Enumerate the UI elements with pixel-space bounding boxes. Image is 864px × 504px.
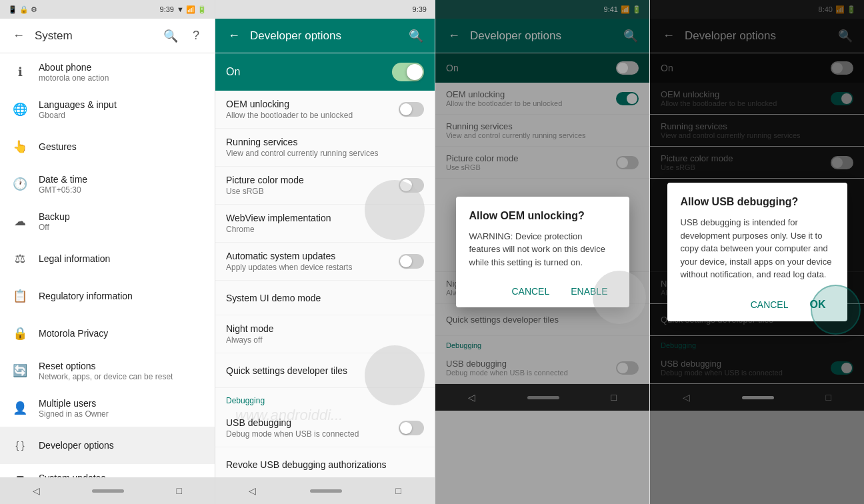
toolbar-title-2: Developer options — [250, 29, 400, 43]
gestures-text: Gestures — [39, 141, 204, 152]
settings-item-about[interactable]: ℹ About phone motorola one action — [0, 53, 215, 91]
oem-dialog: Allow OEM unlocking? WARNING: Device pro… — [456, 197, 629, 308]
dialog-overlay-4: Allow USB debugging? USB debugging is in… — [650, 0, 864, 504]
languages-subtitle: Gboard — [39, 111, 204, 120]
back-nav-2[interactable]: ◁ — [235, 480, 269, 501]
system-ui-item[interactable]: System UI demo mode — [215, 281, 435, 315]
bottom-nav-1: ◁ □ — [0, 477, 215, 504]
legal-title: Legal information — [39, 253, 204, 264]
help-icon[interactable]: ? — [187, 29, 205, 43]
backup-title: Backup — [39, 211, 204, 222]
dev-on-label: On — [226, 66, 392, 78]
toggle-thumb — [407, 64, 423, 80]
toolbar-title: System — [35, 29, 155, 43]
system-ui-text: System UI demo mode — [226, 293, 424, 303]
revoke-text: Revoke USB debugging authorizations — [226, 459, 424, 470]
dev-options-list: OEM unlocking Allow the bootloader to be… — [215, 91, 435, 477]
about-icon: ℹ — [11, 65, 29, 79]
auto-text: Automatic system updates Apply updates w… — [226, 251, 399, 272]
backup-text: Backup Off — [39, 211, 204, 232]
auto-title: Automatic system updates — [226, 251, 399, 261]
night-mode-text: Night mode Always off — [226, 323, 424, 345]
settings-item-updates[interactable]: 📱 System updates Updated to Android 9 — [0, 464, 215, 477]
back-icon-2[interactable]: ← — [225, 29, 243, 43]
gestures-icon: 👆 — [11, 139, 29, 154]
regulatory-text: Regulatory information — [39, 291, 204, 301]
settings-item-backup[interactable]: ☁ Backup Off — [0, 203, 215, 240]
signal-battery: ▼ 📶 🔋 — [177, 5, 207, 14]
cancel-button-4[interactable]: Cancel — [743, 293, 797, 316]
auto-updates-item[interactable]: Automatic system updates Apply updates w… — [215, 243, 435, 281]
privacy-icon: 🔒 — [11, 326, 29, 341]
toggle-highlight — [365, 180, 425, 240]
settings-item-gestures[interactable]: 👆 Gestures — [0, 128, 215, 165]
languages-icon: 🌐 — [11, 102, 29, 117]
developer-options-panel: 9:39 ← Developer options 🔍 On OEM unlock… — [215, 0, 435, 504]
usb-toggle-highlight — [365, 345, 425, 405]
privacy-text: Motorola Privacy — [39, 328, 204, 339]
settings-item-languages[interactable]: 🌐 Languages & input Gboard — [0, 91, 215, 128]
dialog-title-3: Allow OEM unlocking? — [469, 210, 616, 222]
dev-on-toggle[interactable] — [392, 63, 424, 81]
settings-item-developer[interactable]: { } Developer options — [0, 427, 215, 464]
oem-text: OEM unlocking Allow the bootloader to be… — [226, 99, 399, 120]
running-services-item[interactable]: Running services View and control curren… — [215, 129, 435, 167]
settings-item-datetime[interactable]: 🕐 Date & time GMT+05:30 — [0, 165, 215, 203]
usb-debug-toggle[interactable] — [399, 421, 424, 435]
usb-debug-text: USB debugging Debug mode when USB is con… — [226, 417, 399, 439]
recents-nav-2[interactable]: □ — [382, 480, 414, 501]
settings-item-regulatory[interactable]: 📋 Regulatory information — [0, 277, 215, 315]
status-icons-left: 📱 🔒 ⚙ — [8, 5, 37, 14]
users-title: Multiple users — [39, 398, 204, 409]
languages-text: Languages & input Gboard — [39, 99, 204, 120]
ok-circle-highlight — [811, 285, 861, 335]
cancel-button-3[interactable]: Cancel — [503, 281, 557, 302]
auto-toggle-thumb — [400, 255, 412, 267]
auto-toggle[interactable] — [399, 254, 424, 269]
backup-icon: ☁ — [11, 214, 29, 229]
home-indicator-2[interactable] — [310, 489, 342, 493]
privacy-title: Motorola Privacy — [39, 328, 204, 339]
legal-icon: ⚖ — [11, 251, 29, 266]
night-mode-title: Night mode — [226, 323, 424, 334]
oem-dialog-panel: 9:41 📶 🔋 ← Developer options 🔍 On OEM un… — [435, 0, 649, 504]
reset-text: Reset options Network, apps, or device c… — [39, 361, 204, 381]
search-icon[interactable]: 🔍 — [161, 29, 180, 43]
oem-unlocking-item[interactable]: OEM unlocking Allow the bootloader to be… — [215, 91, 435, 129]
status-bar-2: 9:39 — [215, 0, 435, 19]
datetime-text: Date & time GMT+05:30 — [39, 174, 204, 195]
about-title: About phone — [39, 62, 204, 73]
dialog-title-4: Allow USB debugging? — [681, 196, 834, 208]
toolbar-1: ← System 🔍 ? — [0, 19, 215, 53]
regulatory-icon: 📋 — [11, 289, 29, 303]
notification-icons: 📱 🔒 ⚙ — [8, 5, 37, 14]
oem-title: OEM unlocking — [226, 99, 399, 109]
datetime-title: Date & time — [39, 174, 204, 185]
revoke-item[interactable]: Revoke USB debugging authorizations — [215, 447, 435, 477]
back-icon[interactable]: ← — [9, 29, 28, 43]
dev-on-row[interactable]: On — [215, 53, 435, 91]
usb-debug-item[interactable]: USB debugging Debug mode when USB is con… — [215, 409, 435, 447]
recents-nav[interactable]: □ — [163, 480, 195, 501]
settings-item-reset[interactable]: 🔄 Reset options Network, apps, or device… — [0, 352, 215, 389]
settings-item-legal[interactable]: ⚖ Legal information — [0, 240, 215, 277]
settings-item-privacy[interactable]: 🔒 Motorola Privacy — [0, 315, 215, 352]
toolbar-2: ← Developer options 🔍 — [215, 19, 435, 53]
users-text: Multiple users Signed in as Owner — [39, 398, 204, 419]
users-subtitle: Signed in as Owner — [39, 409, 204, 419]
about-text: About phone motorola one action — [39, 62, 204, 83]
developer-title: Developer options — [39, 440, 204, 451]
datetime-subtitle: GMT+05:30 — [39, 185, 204, 195]
search-icon-2[interactable]: 🔍 — [407, 29, 425, 43]
running-title: Running services — [226, 137, 424, 147]
back-nav[interactable]: ◁ — [19, 480, 53, 501]
time-display: 9:39 — [160, 5, 174, 13]
running-subtitle: View and control currently running servi… — [226, 149, 424, 158]
home-indicator[interactable] — [92, 489, 124, 493]
usb-dialog: Allow USB debugging? USB debugging is in… — [667, 183, 847, 321]
oem-subtitle: Allow the bootloader to be unlocked — [226, 111, 399, 120]
reset-icon: 🔄 — [11, 363, 29, 378]
settings-item-users[interactable]: 👤 Multiple users Signed in as Owner — [0, 389, 215, 427]
oem-toggle[interactable] — [399, 102, 424, 117]
usb-debug-toggle-thumb — [400, 422, 412, 434]
